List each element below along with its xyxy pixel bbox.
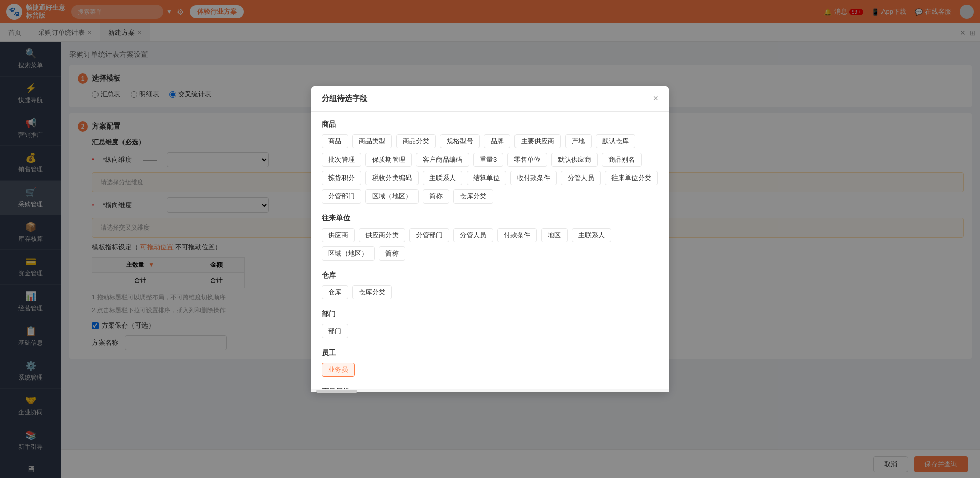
- field-tag-supplier-category[interactable]: 供应商分类: [359, 228, 405, 242]
- field-tags-party: 供应商 供应商分类 分管部门 分管人员 付款条件 地区 主联系人 区域（地区） …: [322, 228, 658, 261]
- field-tag-supplier[interactable]: 供应商: [322, 228, 355, 242]
- field-tag-party-category[interactable]: 往来单位分类: [605, 171, 658, 185]
- field-select-modal: 分组待选字段 × 商品 商品 商品类型 商品分类 规格型号 品牌 主要供应商 产…: [311, 86, 669, 392]
- field-section-goods: 商品 商品 商品类型 商品分类 规格型号 品牌 主要供应商 产地 默认仓库 批次…: [322, 120, 658, 204]
- field-tag-default-warehouse[interactable]: 默认仓库: [596, 134, 635, 148]
- modal-hscrollbar[interactable]: [311, 389, 669, 392]
- field-tags-goods: 商品 商品类型 商品分类 规格型号 品牌 主要供应商 产地 默认仓库 批次管理 …: [322, 134, 658, 204]
- field-tag-main-contact[interactable]: 主联系人: [423, 171, 462, 185]
- field-tag-tax-code[interactable]: 税收分类编码: [365, 171, 419, 185]
- field-tag-salesman[interactable]: 业务员: [322, 363, 355, 377]
- modal-close-button[interactable]: ×: [653, 93, 658, 104]
- modal-title: 分组待选字段: [322, 94, 368, 104]
- field-tag-abbrev[interactable]: 简称: [423, 189, 449, 204]
- field-tag-party-manager[interactable]: 分管人员: [453, 228, 493, 242]
- field-section-employee-title: 员工: [322, 348, 658, 358]
- field-tag-manager[interactable]: 分管人员: [561, 171, 601, 185]
- field-section-department-title: 部门: [322, 310, 658, 319]
- field-section-party-title: 往来单位: [322, 214, 658, 223]
- field-tag-settle-unit[interactable]: 结算单位: [467, 171, 506, 185]
- field-tag-party-dept[interactable]: 分管部门: [409, 228, 449, 242]
- field-tag-payment-terms[interactable]: 收付款条件: [510, 171, 557, 185]
- field-tag-department[interactable]: 部门: [322, 324, 348, 338]
- field-section-warehouse: 仓库 仓库 仓库分类: [322, 271, 658, 299]
- field-tag-dept[interactable]: 分管部门: [322, 189, 361, 204]
- field-tags-employee: 业务员: [322, 363, 658, 377]
- field-tag-retail-unit[interactable]: 零售单位: [507, 153, 547, 167]
- field-tag-warehouse[interactable]: 仓库: [322, 285, 348, 299]
- field-tags-department: 部门: [322, 324, 658, 338]
- field-tag-goods[interactable]: 商品: [322, 134, 348, 148]
- field-section-employee: 员工 业务员: [322, 348, 658, 377]
- field-tag-pick-score[interactable]: 拣货积分: [322, 171, 361, 185]
- field-tag-goods-type[interactable]: 商品类型: [352, 134, 392, 148]
- field-tag-customer-code[interactable]: 客户商品编码: [416, 153, 469, 167]
- field-tag-quality-mgmt[interactable]: 保质期管理: [365, 153, 412, 167]
- modal-header: 分组待选字段 ×: [311, 86, 669, 112]
- field-tag-weight[interactable]: 重量3: [473, 153, 503, 167]
- field-tag-brand[interactable]: 品牌: [484, 134, 510, 148]
- field-tag-party-contact[interactable]: 主联系人: [572, 228, 611, 242]
- field-tag-default-supplier[interactable]: 默认供应商: [551, 153, 598, 167]
- field-tags-warehouse: 仓库 仓库分类: [322, 285, 658, 299]
- field-tag-region[interactable]: 区域（地区）: [365, 189, 419, 204]
- field-tag-party-abbrev[interactable]: 简称: [379, 246, 405, 261]
- field-tag-spec[interactable]: 规格型号: [440, 134, 480, 148]
- field-tag-warehouse-category[interactable]: 仓库分类: [453, 189, 493, 204]
- field-section-party: 往来单位 供应商 供应商分类 分管部门 分管人员 付款条件 地区 主联系人 区域…: [322, 214, 658, 261]
- modal-hscrollbar-thumb[interactable]: [316, 390, 357, 393]
- field-tag-pay-terms[interactable]: 付款条件: [497, 228, 537, 242]
- field-section-goods-title: 商品: [322, 120, 658, 129]
- field-tag-origin[interactable]: 产地: [565, 134, 592, 148]
- field-section-department: 部门 部门: [322, 310, 658, 338]
- field-tag-party-region[interactable]: 区域（地区）: [322, 246, 375, 261]
- field-tag-main-supplier[interactable]: 主要供应商: [514, 134, 561, 148]
- modal-overlay[interactable]: 分组待选字段 × 商品 商品 商品类型 商品分类 规格型号 品牌 主要供应商 产…: [0, 0, 980, 478]
- field-tag-batch-mgmt[interactable]: 批次管理: [322, 153, 361, 167]
- field-tag-goods-category[interactable]: 商品分类: [396, 134, 436, 148]
- field-tag-goods-alias[interactable]: 商品别名: [602, 153, 642, 167]
- field-tag-wh-category[interactable]: 仓库分类: [352, 285, 392, 299]
- field-section-warehouse-title: 仓库: [322, 271, 658, 280]
- modal-body: 商品 商品 商品类型 商品分类 规格型号 品牌 主要供应商 产地 默认仓库 批次…: [311, 112, 669, 389]
- field-tag-area[interactable]: 地区: [541, 228, 568, 242]
